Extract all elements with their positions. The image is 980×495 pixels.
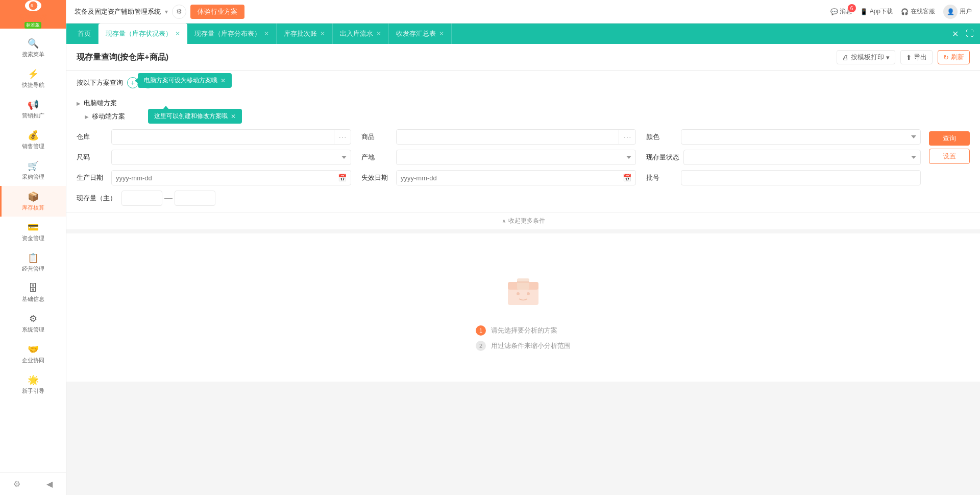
settings-btn[interactable]: ⚙ — [172, 5, 186, 19]
sidebar-item-enterprise[interactable]: 🤝 企业协同 — [0, 339, 66, 369]
search-form-fields: 仓库 ⋯ 商品 ⋯ — [77, 129, 921, 206]
tab-inventory-status-close[interactable]: ✕ — [175, 30, 180, 37]
user-area[interactable]: 👤 用户 — [943, 5, 972, 19]
system-title: 装备及固定资产辅助管理系统 — [75, 7, 161, 16]
warehouse-input[interactable] — [112, 130, 334, 144]
tab-inventory-status[interactable]: 现存量（库存状况表） ✕ — [99, 23, 187, 44]
search-row-4: 现存量（主） — — [77, 191, 921, 206]
sidebar-item-basic[interactable]: 🗄 基础信息 — [0, 278, 66, 308]
tab-collect[interactable]: 收发存汇总表 ✕ — [389, 23, 452, 44]
svg-point-0 — [29, 2, 37, 10]
settings-bottom-btn[interactable]: ⚙ — [13, 479, 20, 489]
svg-text:6: 6 — [31, 3, 33, 8]
goods-input[interactable] — [397, 130, 619, 144]
size-select[interactable] — [111, 150, 351, 165]
collapse-btn[interactable]: ∧ 收起更多条件 — [502, 217, 545, 225]
empty-state: 1 请先选择要分析的方案 2 用过滤条件来缩小分析范围 — [66, 233, 980, 382]
tab-expand-btn[interactable]: ⛶ — [964, 29, 976, 38]
goods-dots-btn[interactable]: ⋯ — [619, 130, 635, 144]
color-label: 颜色 — [646, 132, 677, 142]
message-btn[interactable]: 💬 6 消息 — [830, 7, 852, 16]
sidebar-item-operation[interactable]: 📋 经营管理 — [0, 247, 66, 278]
print-label: 按模板打印 — [851, 53, 884, 62]
sidebar-logo[interactable]: 6 畅通好生意 标准版 — [0, 0, 66, 29]
produce-date-cal[interactable]: 📅 — [334, 174, 351, 182]
tab-bar: 首页 现存量（库存状况表） ✕ 现存量（库存分布表） ✕ 库存批次账 ✕ 出入库… — [66, 23, 980, 44]
top-header-right: 💬 6 消息 📱 App下载 🎧 在线客服 👤 用户 — [830, 5, 972, 19]
svg-rect-4 — [517, 278, 529, 290]
size-field: 尺码 — [77, 150, 351, 165]
tab-batch-close[interactable]: ✕ — [320, 30, 325, 37]
sidebar-label-system: 系统管理 — [22, 326, 44, 334]
print-btn[interactable]: 🖨 按模板打印 ▾ — [837, 50, 895, 64]
sidebar-label-guide: 快捷导航 — [22, 81, 44, 89]
search-btn[interactable]: 查询 — [929, 131, 970, 146]
reset-btn[interactable]: 设置 — [929, 149, 970, 164]
expire-date-input[interactable] — [397, 171, 619, 185]
export-btn[interactable]: ⬆ 导出 — [900, 50, 933, 64]
stock-status-select[interactable] — [683, 150, 921, 165]
sidebar-label-marketing: 营销推广 — [22, 112, 44, 120]
tab-close-all-btn[interactable]: ✕ — [950, 29, 961, 39]
origin-label: 产地 — [361, 153, 392, 162]
sidebar-item-search[interactable]: 🔍 搜索菜单 — [0, 33, 66, 63]
collapse-bottom-btn[interactable]: ◀ — [46, 479, 53, 489]
svg-point-5 — [517, 292, 520, 295]
expire-date-cal[interactable]: 📅 — [619, 174, 635, 182]
tab-bar-actions: ✕ ⛶ — [950, 29, 976, 39]
collapse-bar: ∧ 收起更多条件 — [66, 212, 980, 229]
tab-collect-label: 收发存汇总表 — [396, 29, 436, 38]
color-select[interactable] — [681, 129, 921, 145]
sidebar-item-sales[interactable]: 💰 销售管理 — [0, 125, 66, 155]
tab-collect-close[interactable]: ✕ — [439, 30, 444, 37]
refresh-btn[interactable]: ↻ 刷新 — [938, 50, 970, 64]
scheme-item-desktop[interactable]: ▶ 电脑端方案 — [77, 97, 970, 110]
page-title: 现存量查询(按仓库+商品) — [77, 52, 168, 69]
sidebar-item-guide[interactable]: ⚡ 快捷导航 — [0, 63, 66, 94]
stock-main-sep: — — [164, 194, 173, 203]
sidebar-item-finance[interactable]: 💳 资金管理 — [0, 217, 66, 247]
tab-inout-close[interactable]: ✕ — [376, 30, 381, 37]
sidebar-icon-enterprise: 🤝 — [28, 344, 39, 355]
scheme-tooltip-2-close[interactable]: ✕ — [231, 113, 236, 120]
sidebar-label-sales: 销售管理 — [22, 143, 44, 150]
top-header-left: 装备及固定资产辅助管理系统 ▾ ⚙ 体验行业方案 — [75, 5, 244, 19]
support-label: 在线客服 — [911, 7, 935, 16]
app-label: App下载 — [870, 7, 893, 16]
support-btn[interactable]: 🎧 在线客服 — [901, 7, 935, 16]
stock-main-field: 现存量（主） — — [77, 191, 355, 206]
origin-select[interactable] — [396, 150, 636, 165]
tab-inventory-dist-close[interactable]: ✕ — [264, 30, 269, 37]
tab-inventory-dist[interactable]: 现存量（库存分布表） ✕ — [187, 23, 277, 44]
stock-main-range: — — [121, 191, 355, 206]
batch-field: 批号 — [646, 170, 921, 185]
sidebar-item-purchase[interactable]: 🛒 采购管理 — [0, 155, 66, 186]
search-label: 按以下方案查询 — [77, 78, 123, 87]
app-download-btn[interactable]: 📱 App下载 — [860, 7, 893, 16]
stock-main-from-input[interactable] — [121, 191, 162, 206]
sidebar-item-inventory[interactable]: 📦 库存核算 — [0, 186, 66, 217]
scheme-name-mobile: 移动端方案 — [92, 112, 125, 121]
main-area: 装备及固定资产辅助管理系统 ▾ ⚙ 体验行业方案 💬 6 消息 📱 App下载 … — [66, 0, 980, 495]
sidebar-item-marketing[interactable]: 📢 营销推广 — [0, 94, 66, 125]
expire-date-field: 失效日期 📅 — [361, 170, 636, 185]
sidebar-item-newbie[interactable]: 🌟 新手引导 — [0, 369, 66, 400]
search-row-3: 生产日期 📅 失效日期 📅 — [77, 170, 921, 185]
scheme-tooltip-1-close[interactable]: ✕ — [220, 77, 226, 84]
produce-date-label: 生产日期 — [77, 173, 107, 182]
sidebar-label-enterprise: 企业协同 — [22, 357, 44, 364]
stock-main-to-input[interactable] — [175, 191, 215, 206]
produce-date-input[interactable] — [112, 171, 334, 185]
sidebar-item-system[interactable]: ⚙ 系统管理 — [0, 308, 66, 339]
industry-btn[interactable]: 体验行业方案 — [190, 5, 244, 19]
svg-point-6 — [527, 292, 530, 295]
tab-inout[interactable]: 出入库流水 ✕ — [333, 23, 389, 44]
tab-batch[interactable]: 库存批次账 ✕ — [277, 23, 333, 44]
tab-home[interactable]: 首页 — [70, 23, 99, 44]
warehouse-dots-btn[interactable]: ⋯ — [334, 130, 351, 144]
sidebar: 6 畅通好生意 标准版 🔍 搜索菜单 ⚡ 快捷导航 📢 营销推广 💰 销售管理 … — [0, 0, 66, 495]
collapse-icon: ∧ — [502, 218, 506, 225]
search-actions: 查询 设置 — [929, 129, 970, 206]
sidebar-icon-operation: 📋 — [28, 252, 39, 264]
batch-input[interactable] — [681, 170, 921, 185]
